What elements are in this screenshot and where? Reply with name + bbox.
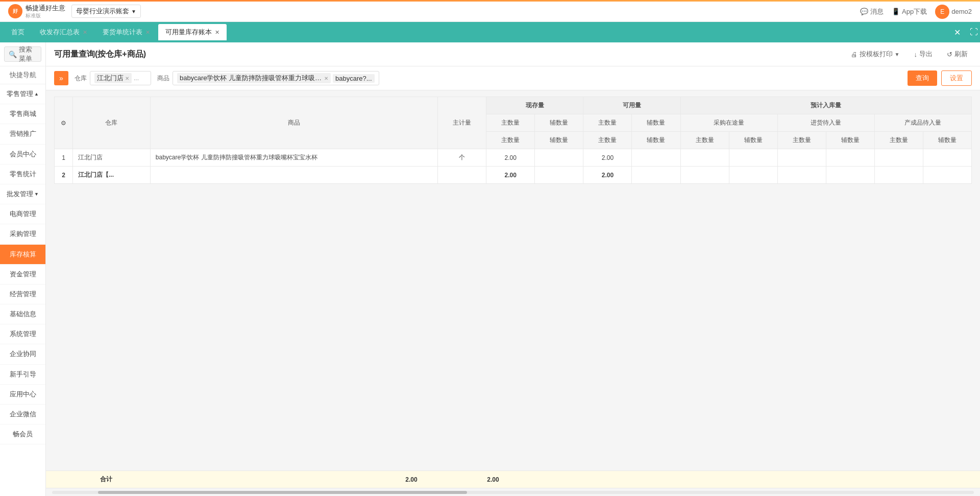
cell-product-2 — [150, 167, 437, 184]
top-bar: 好 畅捷通好生意 标准版 母婴行业演示账套 ▼ 💬 消息 📱 App下载 E d… — [0, 2, 980, 22]
nav-tabs: 首页 收发存汇总表 ✕ 要货单统计表 ✕ 可用量库存账本 ✕ ✕ ⛶ — [0, 22, 980, 42]
sidebar: 🔍 搜索菜单 快捷导航 零售管理 ▲ 零售商城 营销推广 会员中心 零售统计 批… — [0, 42, 46, 496]
sidebar-item-operations[interactable]: 经营管理 — [0, 285, 45, 304]
th-pur-aux: 辅数量 — [729, 132, 777, 149]
table-footer: 合计 2.00 2.00 — [46, 470, 980, 488]
sidebar-item-finance[interactable]: 资金管理 — [0, 265, 45, 285]
refresh-button[interactable]: ↺ 刷新 — [943, 48, 972, 61]
chevron-icon: ▲ — [34, 91, 39, 98]
close-receipt-summary[interactable]: ✕ — [83, 29, 87, 36]
page-actions: 🖨 按模板打印 ▼ ↓ 导出 ↺ 刷新 — [847, 48, 972, 61]
warehouse-tag-1: 江北门店 ✕ — [94, 73, 132, 83]
print-button[interactable]: 🖨 按模板打印 ▼ — [847, 48, 904, 61]
sidebar-item-ecommerce[interactable]: 电商管理 — [0, 204, 45, 224]
cell-avail-aux-2 — [632, 167, 680, 184]
warehouse-filter-group: 仓库 江北门店 ✕ ... — [75, 71, 151, 85]
product-tags-input[interactable]: babycare学饮杯 儿童防摔防撞吸管杯重力球吸嘴杯宝宝水杯 ✕ babyca… — [173, 71, 379, 85]
tab-order-stats[interactable]: 要货单统计表 ✕ — [95, 24, 157, 40]
cell-current-aux-2 — [535, 167, 583, 184]
sidebar-item-retail-stats[interactable]: 零售统计 — [0, 164, 45, 184]
cell-current-aux-1 — [535, 149, 583, 167]
warehouse-tags-input[interactable]: 江北门店 ✕ ... — [90, 71, 151, 85]
setting-button[interactable]: 设置 — [941, 70, 972, 86]
table-row: 2 江北门店【... 2.00 2.00 — [55, 167, 972, 184]
expand-icon[interactable]: ⛶ — [968, 26, 980, 39]
industry-selector[interactable]: 母婴行业演示账套 ▼ — [71, 5, 141, 18]
th-avail-aux: 辅数量 — [632, 114, 680, 132]
th-purchase-in: 进货待入量 — [777, 114, 874, 132]
chevron-icon: ▼ — [34, 191, 39, 198]
user-action[interactable]: E demo2 — [935, 5, 972, 19]
tab-receipt-summary[interactable]: 收发存汇总表 ✕ — [33, 24, 94, 40]
app-download-action[interactable]: 📱 App下载 — [892, 7, 927, 16]
th-purchase: 采购在途量 — [680, 114, 777, 132]
close-order-stats[interactable]: ✕ — [145, 29, 150, 36]
cell-pur-main-1 — [680, 149, 729, 167]
sidebar-item-enterprise-wechat[interactable]: 企业微信 — [0, 405, 45, 424]
sidebar-item-member-center[interactable]: 会员中心 — [0, 145, 45, 164]
th-aa2: 辅数量 — [632, 132, 680, 149]
footer-avail-total: 2.00 — [473, 476, 513, 483]
tab-home[interactable]: 首页 — [4, 24, 32, 40]
sidebar-item-app-center[interactable]: 应用中心 — [0, 385, 45, 405]
sidebar-item-retail-mgmt[interactable]: 零售管理 ▲ — [0, 84, 45, 104]
sidebar-item-basic-info[interactable]: 基础信息 — [0, 304, 45, 324]
table-area: ⚙ 仓库 商品 主计量 现存量 可用量 预计入库量 主数量 辅数量 主数量 辅数… — [46, 90, 980, 470]
cell-pin-aux-2 — [826, 167, 874, 184]
product-tag-1-close[interactable]: ✕ — [324, 76, 328, 81]
horizontal-scrollbar[interactable] — [46, 488, 980, 496]
cell-proin-main-2 — [874, 167, 923, 184]
page-title: 可用量查询(按仓库+商品) — [54, 49, 146, 60]
filter-actions: 查询 设置 — [908, 70, 972, 86]
quick-nav-button[interactable]: 快捷导航 — [0, 66, 45, 84]
print-icon: 🖨 — [851, 51, 857, 58]
chevron-down-icon: ▼ — [131, 9, 136, 14]
page-header: 可用量查询(按仓库+商品) 🖨 按模板打印 ▼ ↓ 导出 ↺ 刷新 — [46, 42, 980, 66]
product-label: 商品 — [157, 74, 169, 83]
avatar: E — [935, 5, 949, 19]
query-button[interactable]: 查询 — [908, 70, 937, 86]
message-action[interactable]: 💬 消息 — [860, 7, 884, 16]
main-layout: 🔍 搜索菜单 快捷导航 零售管理 ▲ 零售商城 营销推广 会员中心 零售统计 批… — [0, 42, 980, 496]
th-cm2: 主数量 — [486, 132, 535, 149]
warehouse-tag-1-close[interactable]: ✕ — [125, 76, 129, 81]
cell-proin-aux-1 — [923, 149, 971, 167]
warehouse-more[interactable]: ... — [134, 75, 139, 82]
sidebar-item-newbie[interactable]: 新手引导 — [0, 365, 45, 385]
sidebar-item-retail-mall[interactable]: 零售商城 — [0, 104, 45, 124]
th-available: 可用量 — [583, 97, 680, 114]
export-button[interactable]: ↓ 导出 — [910, 48, 937, 61]
filter-expand-button[interactable]: » — [54, 71, 68, 85]
cell-proin-aux-2 — [923, 167, 971, 184]
cell-avail-aux-1 — [632, 149, 680, 167]
th-settings[interactable]: ⚙ — [55, 97, 73, 149]
th-current-stock: 现存量 — [486, 97, 583, 114]
th-warehouse: 仓库 — [73, 97, 151, 149]
sidebar-item-vip[interactable]: 畅会员 — [0, 424, 45, 444]
th-unit: 主计量 — [438, 97, 486, 149]
logo-text: 畅捷通好生意 标准版 — [26, 4, 65, 19]
th-product: 商品 — [150, 97, 437, 149]
close-all-tabs[interactable]: ✕ — [952, 26, 963, 39]
search-menu-button[interactable]: 🔍 搜索菜单 — [4, 46, 41, 62]
tab-available-stock[interactable]: 可用量库存账本 ✕ — [158, 24, 227, 40]
th-pin-aux: 辅数量 — [826, 132, 874, 149]
sidebar-item-purchase[interactable]: 采购管理 — [0, 224, 45, 244]
table-row: 1 江北门店 babycare学饮杯 儿童防摔防撞吸管杯重力球吸嘴杯宝宝水杯 个… — [55, 149, 972, 167]
cell-avail-main-2: 2.00 — [583, 167, 632, 184]
sidebar-item-system[interactable]: 系统管理 — [0, 324, 45, 344]
th-product-in: 产成品待入量 — [874, 114, 971, 132]
scroll-thumb[interactable] — [98, 491, 467, 494]
th-proin-aux: 辅数量 — [923, 132, 971, 149]
close-available-stock[interactable]: ✕ — [215, 29, 219, 36]
sidebar-item-marketing[interactable]: 营销推广 — [0, 124, 45, 144]
sidebar-item-enterprise[interactable]: 企业协同 — [0, 344, 45, 364]
sidebar-item-inventory[interactable]: 库存核算 — [0, 245, 45, 265]
cell-proin-main-1 — [874, 149, 923, 167]
sidebar-item-wholesale-mgmt[interactable]: 批发管理 ▼ — [0, 184, 45, 204]
top-bar-left: 好 畅捷通好生意 标准版 母婴行业演示账套 ▼ — [8, 4, 141, 19]
footer-current-total: 2.00 — [391, 476, 432, 483]
cell-product-1: babycare学饮杯 儿童防摔防撞吸管杯重力球吸嘴杯宝宝水杯 — [150, 149, 437, 167]
product-tag-2: babycare?... — [333, 74, 375, 83]
cell-pin-main-1 — [777, 149, 826, 167]
